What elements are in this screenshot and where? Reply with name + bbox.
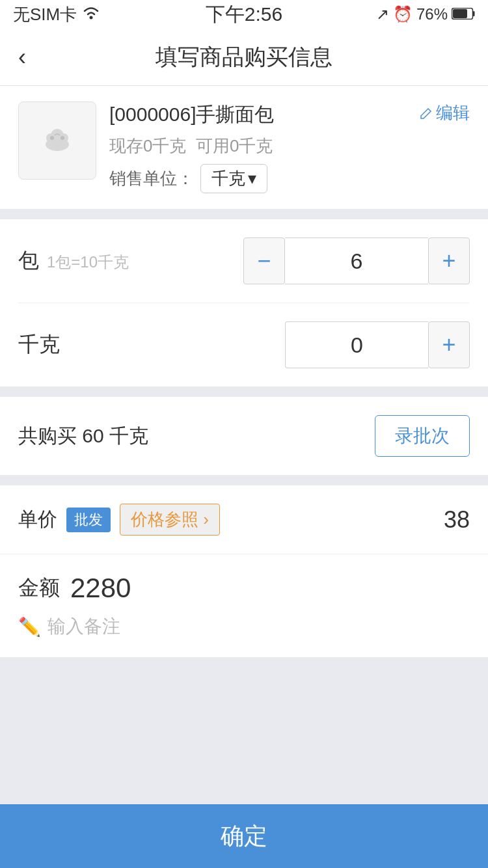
wifi-icon: [82, 5, 100, 25]
price-tag: 批发: [66, 508, 111, 532]
product-unit-row: 销售单位： 千克 ▾: [109, 164, 470, 193]
section-divider-1: [0, 209, 488, 219]
svg-point-8: [50, 136, 54, 140]
price-left: 单价 批发 价格参照 ›: [18, 504, 220, 536]
battery-icon: [452, 5, 475, 23]
product-image: [18, 102, 96, 180]
nav-bar: ‹ 填写商品购买信息: [0, 29, 488, 86]
svg-rect-3: [453, 9, 467, 18]
unit-select[interactable]: 千克 ▾: [200, 164, 267, 193]
pencil-icon: ✏️: [18, 616, 41, 638]
total-text: 共购买 60 千克: [18, 423, 148, 450]
amount-value: 2280: [70, 573, 131, 604]
product-card: [0000006]手撕面包 编辑 现存0千克 可用0千克 销售单位： 千克 ▾: [0, 86, 488, 209]
svg-rect-2: [473, 11, 475, 16]
price-row: 单价 批发 价格参照 › 38: [18, 504, 470, 536]
quantity-section: 包 1包=10千克 − + 千克 +: [0, 219, 488, 387]
section-divider-3: [0, 475, 488, 485]
amount-label: 金额: [18, 574, 60, 603]
total-row: 共购买 60 千克 录批次: [0, 397, 488, 475]
bao-control: − +: [243, 237, 470, 284]
product-stock: 现存0千克 可用0千克: [109, 135, 470, 157]
quantity-row-bao: 包 1包=10千克 − +: [18, 219, 470, 303]
edit-button[interactable]: 编辑: [419, 102, 470, 124]
quantity-row-kg: 千克 +: [18, 303, 470, 387]
note-row[interactable]: ✏️ 输入备注: [18, 614, 470, 639]
battery-text: 76%: [416, 5, 448, 23]
note-placeholder: 输入备注: [47, 614, 120, 639]
bao-hint: 1包=10千克: [47, 252, 129, 273]
location-icon: ↗: [376, 5, 389, 23]
batch-button[interactable]: 录批次: [375, 415, 470, 457]
bao-label: 包 1包=10千克: [18, 247, 129, 275]
product-info: [0000006]手撕面包 编辑 现存0千克 可用0千克 销售单位： 千克 ▾: [109, 102, 470, 193]
status-right: ↗ ⏰ 76%: [376, 5, 475, 23]
bao-input[interactable]: [285, 237, 428, 284]
carrier-text: 无SIM卡: [13, 3, 77, 26]
kg-control: +: [285, 321, 470, 368]
alarm-icon: ⏰: [393, 5, 413, 23]
bao-minus-button[interactable]: −: [243, 237, 285, 284]
svg-point-0: [90, 16, 93, 19]
back-button[interactable]: ‹: [18, 44, 26, 71]
edit-label: 编辑: [436, 102, 470, 124]
price-ref-button[interactable]: 价格参照 ›: [120, 504, 220, 536]
price-section: 单价 批发 价格参照 › 38: [0, 485, 488, 554]
bao-plus-button[interactable]: +: [428, 237, 470, 284]
price-value: 38: [444, 506, 470, 534]
svg-point-9: [61, 136, 64, 140]
nav-title: 填写商品购买信息: [156, 42, 332, 72]
status-left: 无SIM卡: [13, 3, 100, 26]
amount-section: 金额 2280 ✏️ 输入备注: [0, 554, 488, 657]
kg-label: 千克: [18, 331, 60, 359]
product-header: [0000006]手撕面包 编辑: [109, 102, 470, 135]
kg-plus-button[interactable]: +: [428, 321, 470, 368]
status-bar: 无SIM卡 下午2:56 ↗ ⏰ 76%: [0, 0, 488, 29]
svg-point-7: [46, 138, 69, 151]
dropdown-icon: ▾: [248, 169, 256, 189]
amount-row: 金额 2280: [18, 573, 470, 604]
price-label: 单价: [18, 506, 57, 533]
section-divider-2: [0, 387, 488, 397]
confirm-button[interactable]: 确定: [0, 804, 488, 868]
product-name: [0000006]手撕面包: [109, 102, 274, 128]
kg-input[interactable]: [285, 321, 428, 368]
status-time: 下午2:56: [206, 1, 282, 28]
